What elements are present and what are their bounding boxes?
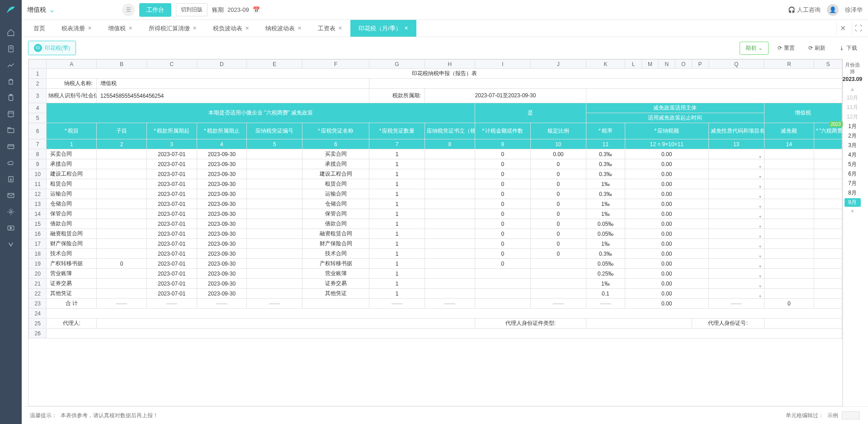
- table-cell[interactable]: [425, 189, 475, 199]
- table-cell[interactable]: 0: [97, 259, 147, 269]
- col-header[interactable]: G: [369, 60, 425, 69]
- menu-icon[interactable]: ☰: [122, 4, 135, 16]
- table-cell[interactable]: [425, 269, 475, 279]
- table-cell[interactable]: [97, 189, 147, 199]
- table-cell[interactable]: [425, 169, 475, 179]
- table-cell[interactable]: [247, 189, 302, 199]
- table-cell[interactable]: [764, 189, 814, 199]
- nav-book-icon[interactable]: [0, 106, 22, 122]
- table-cell[interactable]: 技术合同: [47, 249, 97, 259]
- table-cell[interactable]: [247, 239, 302, 249]
- table-cell[interactable]: 1: [369, 149, 425, 159]
- table-cell[interactable]: [764, 249, 814, 259]
- table-cell[interactable]: [814, 239, 842, 249]
- table-cell[interactable]: 保管合同: [47, 209, 97, 219]
- col-header[interactable]: D: [197, 60, 247, 69]
- table-cell[interactable]: [425, 149, 475, 159]
- table-cell[interactable]: 融资租赁合同: [47, 229, 97, 239]
- table-cell[interactable]: [814, 189, 842, 199]
- expand-icon[interactable]: ⛶: [852, 22, 864, 35]
- table-cell[interactable]: [814, 249, 842, 259]
- table-cell[interactable]: [814, 229, 842, 239]
- table-cell[interactable]: [97, 169, 147, 179]
- tab-4[interactable]: 税负波动表✕: [205, 20, 257, 37]
- table-cell[interactable]: [97, 229, 147, 239]
- table-cell[interactable]: 2023-09-30: [197, 219, 247, 229]
- table-cell[interactable]: [814, 149, 842, 159]
- table-cell[interactable]: [97, 269, 147, 279]
- month-item[interactable]: 12月: [844, 113, 861, 121]
- table-cell[interactable]: 建设工程合同: [47, 169, 97, 179]
- table-cell[interactable]: [475, 279, 530, 289]
- table-cell[interactable]: 财产保险合同: [302, 239, 369, 249]
- table-cell[interactable]: 证券交易: [47, 279, 97, 289]
- dropdown-cell[interactable]: [708, 219, 764, 229]
- table-cell[interactable]: 1‰: [586, 239, 625, 249]
- month-up-icon[interactable]: ▲: [850, 86, 855, 92]
- col-header[interactable]: Q: [708, 60, 764, 69]
- table-cell[interactable]: 2023-07-01: [146, 229, 197, 239]
- table-cell[interactable]: 2023-07-01: [146, 199, 197, 209]
- company-selector[interactable]: 增值税 ⌄: [27, 5, 118, 14]
- table-cell[interactable]: 借款合同: [47, 219, 97, 229]
- month-item[interactable]: 5月: [844, 160, 861, 169]
- table-cell[interactable]: 0: [475, 259, 530, 269]
- table-cell[interactable]: [425, 179, 475, 189]
- table-cell[interactable]: 1: [369, 249, 425, 259]
- table-cell[interactable]: [425, 289, 475, 299]
- dropdown-cell[interactable]: [708, 159, 764, 169]
- tab-6[interactable]: 工资表✕: [310, 20, 350, 37]
- table-cell[interactable]: 产权转移书据: [302, 259, 369, 269]
- table-cell[interactable]: 0.00: [530, 149, 586, 159]
- table-cell[interactable]: 0.00: [625, 189, 709, 199]
- table-cell[interactable]: 建设工程合同: [302, 169, 369, 179]
- table-cell[interactable]: [247, 279, 302, 289]
- table-cell[interactable]: 0: [475, 229, 530, 239]
- table-cell[interactable]: 0: [475, 239, 530, 249]
- nav-card-icon[interactable]: [0, 138, 22, 155]
- switch-old-button[interactable]: 切到旧版: [176, 3, 208, 16]
- table-cell[interactable]: 1: [369, 209, 425, 219]
- nav-clipboard-icon[interactable]: [0, 90, 22, 106]
- table-cell[interactable]: [530, 289, 586, 299]
- table-cell[interactable]: 0: [475, 219, 530, 229]
- table-cell[interactable]: 运输合同: [302, 189, 369, 199]
- col-header[interactable]: B: [97, 60, 147, 69]
- table-cell[interactable]: 2023-09-30: [197, 239, 247, 249]
- avatar-icon[interactable]: 👤: [827, 4, 839, 16]
- table-cell[interactable]: 其他凭证: [47, 289, 97, 299]
- dropdown-cell[interactable]: [708, 259, 764, 269]
- table-cell[interactable]: 租赁合同: [302, 179, 369, 189]
- tab-0[interactable]: 首页: [25, 20, 53, 37]
- table-cell[interactable]: 2023-09-30: [197, 179, 247, 189]
- tab-7[interactable]: 印花税（月/季）✕: [350, 20, 416, 37]
- table-cell[interactable]: 0.00: [625, 219, 709, 229]
- table-cell[interactable]: [425, 209, 475, 219]
- table-cell[interactable]: 0.00: [625, 199, 709, 209]
- month-item[interactable]: 20231月: [844, 122, 861, 131]
- table-cell[interactable]: 0.00: [625, 229, 709, 239]
- dropdown-cell[interactable]: [708, 169, 764, 179]
- close-icon[interactable]: ✕: [245, 25, 249, 31]
- close-icon[interactable]: ✕: [297, 25, 302, 31]
- tab-5[interactable]: 纳税波动表✕: [257, 20, 310, 37]
- table-cell[interactable]: 运输合同: [47, 189, 97, 199]
- month-down-icon[interactable]: ▼: [850, 208, 855, 214]
- month-item[interactable]: 8月: [844, 189, 861, 197]
- table-cell[interactable]: 2023-09-30: [197, 259, 247, 269]
- table-cell[interactable]: [814, 199, 842, 209]
- table-cell[interactable]: 0: [530, 249, 586, 259]
- col-header[interactable]: L: [625, 60, 642, 69]
- dropdown-cell[interactable]: [708, 229, 764, 239]
- table-cell[interactable]: [97, 279, 147, 289]
- table-cell[interactable]: [97, 149, 147, 159]
- table-cell[interactable]: 0: [475, 159, 530, 169]
- table-cell[interactable]: 2023-09-30: [197, 269, 247, 279]
- table-cell[interactable]: 产权转移书据: [47, 259, 97, 269]
- table-cell[interactable]: 0: [475, 189, 530, 199]
- dropdown-cell[interactable]: [708, 199, 764, 209]
- table-cell[interactable]: 0.00: [625, 289, 709, 299]
- table-cell[interactable]: 0: [530, 239, 586, 249]
- table-cell[interactable]: 0.05‰: [586, 219, 625, 229]
- table-cell[interactable]: 2023-09-30: [197, 199, 247, 209]
